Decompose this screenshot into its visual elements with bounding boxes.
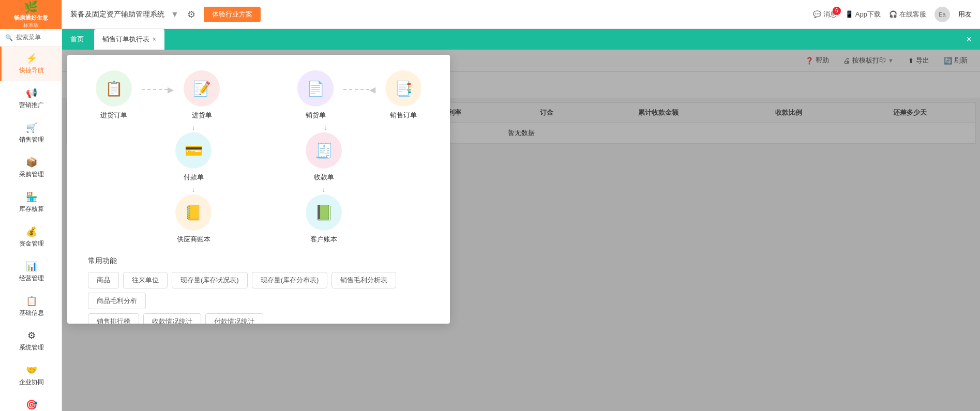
customer-ledger-label: 客户账本 [310,235,337,244]
flow-item-sales-order[interactable]: 📑 销售订单 [378,70,429,120]
sidebar-item-label: 营销推广 [19,101,44,110]
supplier-ledger-icon: 📒 [185,204,203,221]
flow-diagram: 📋 进货订单 ▶ 📝 进货单 [88,70,429,244]
sidebar-item-label: 库存核算 [19,205,44,214]
header-actions: 💬 消息 6 📱 App下载 🎧 在线客服 Ea 用友 [813,7,972,22]
func-btn-partner[interactable]: 往来单位 [123,272,168,288]
sales-order-circle[interactable]: 📑 [385,70,421,106]
func-btn-product-profit[interactable]: 商品毛利分析 [88,293,146,309]
purchase-order-icon: 📋 [105,80,123,97]
sidebar-item-basic-info[interactable]: 📋 基础信息 [0,289,62,324]
service-icon: 🎧 [889,10,897,18]
tab-bar: 首页 销售订单执行表 × × [62,29,980,50]
receipt-circle[interactable]: 🧾 [306,132,342,169]
tab-home[interactable]: 首页 [62,29,92,50]
sidebar-item-guide[interactable]: 🎯 新手引导 [0,393,62,411]
sales-bill-circle[interactable]: 📄 [297,70,334,106]
common-functions: 常用功能 商品 往来单位 现存量(库存状况表) 现存量(库存分布表) 销售毛利分… [88,256,429,324]
message-icon: 💬 [813,10,821,18]
purchase-order-circle[interactable]: 📋 [96,70,132,106]
flow-item-sales-bill[interactable]: 📄 销货单 [290,70,341,120]
sidebar-item-sales[interactable]: 🛒 销售管理 [0,116,62,150]
guide-icon: 🎯 [26,399,37,410]
dropdown-arrow-icon: ▼ [171,10,179,19]
message-badge: 6 [833,7,841,15]
flow-modal: 📋 进货订单 ▶ 📝 进货单 [67,55,450,324]
func-btn-stock-status[interactable]: 现存量(库存状况表) [172,272,248,288]
flow-item-purchase-order[interactable]: 📋 进货订单 [88,70,140,120]
tab-sales-label: 销售订单执行表 [102,35,149,44]
sidebar-item-label: 快捷导航 [19,66,44,75]
online-service-action[interactable]: 🎧 在线客服 [889,10,926,19]
app-download-action[interactable]: 📱 App下载 [845,10,881,19]
modal-overlay[interactable]: 📋 进货订单 ▶ 📝 进货单 [62,50,980,411]
inventory-icon: 🏪 [26,191,37,203]
flow-item-receipt[interactable]: 🧾 收款单 [298,132,350,182]
sidebar-item-finance[interactable]: 💰 资金管理 [0,220,62,254]
sidebar-item-label: 销售管理 [19,135,44,144]
sidebar-item-quick-nav[interactable]: ⚡ 快捷导航 [0,47,62,81]
receipt-label: 收款单 [314,173,334,182]
payment-label: 付款单 [184,173,204,182]
payment-icon: 💳 [185,142,203,159]
payment-circle[interactable]: 💳 [175,132,212,169]
app-name: 畅康通好生意 [14,14,48,22]
func-btn-product[interactable]: 商品 [88,272,119,288]
sidebar-item-label: 企业协同 [19,378,44,387]
sidebar-item-marketing[interactable]: 📢 营销推广 [0,81,62,116]
online-service-label: 在线客服 [899,10,926,19]
sidebar-item-purchase[interactable]: 📦 采购管理 [0,150,62,185]
sidebar-item-label: 系统管理 [19,343,44,352]
sidebar-search[interactable]: 🔍 搜索菜单 [0,29,62,47]
purchase-bill-circle[interactable]: 📝 [184,70,220,106]
sidebar-item-label: 采购管理 [19,170,44,179]
func-btn-sales-profit[interactable]: 销售毛利分析表 [331,272,396,288]
finance-icon: 💰 [26,226,37,237]
tab-home-label: 首页 [70,35,84,44]
flow-item-purchase-bill[interactable]: 📝 进货单 [176,70,228,120]
sidebar-item-label: 经营管理 [19,274,44,283]
func-btn-payment-stats[interactable]: 付款情况统计 [205,313,263,324]
sales-order-label: 销售订单 [390,111,417,120]
supplier-ledger-label: 供应商账本 [177,235,210,244]
purchase-bill-label: 进货单 [192,111,212,120]
app-subtitle: 标准版 [23,22,39,29]
sidebar-item-operations[interactable]: 📊 经营管理 [0,254,62,289]
tab-bar-close-icon[interactable]: × [958,34,980,45]
flow-item-supplier-ledger[interactable]: 📒 供应商账本 [168,194,219,244]
flow-item-customer-ledger[interactable]: 📗 客户账本 [298,194,350,244]
func-buttons-row2: 销售排行榜 收款情况统计 付款情况统计 [88,313,429,324]
sidebar-item-inventory[interactable]: 🏪 库存核算 [0,185,62,220]
func-btn-sales-rank[interactable]: 销售排行榜 [88,313,139,324]
search-icon: 🔍 [5,34,13,41]
sidebar-logo[interactable]: 🌿 畅康通好生意 标准版 [0,0,62,29]
purchase-bill-icon: 📝 [193,80,211,97]
tab-close-icon[interactable]: × [153,36,156,43]
avatar[interactable]: Ea [934,7,950,22]
system-dropdown[interactable]: ▼ [171,10,179,19]
tab-sales-order-exec[interactable]: 销售订单执行表 × [94,29,164,50]
receipt-icon: 🧾 [315,142,333,159]
system-icon: ⚙ [27,330,36,341]
username[interactable]: 用友 [958,10,972,19]
flow-item-payment[interactable]: 💳 付款单 [168,132,219,182]
common-title: 常用功能 [88,256,429,266]
sidebar-item-label: 基础信息 [19,309,44,317]
download-icon: 📱 [845,10,853,18]
gear-icon[interactable]: ⚙ [185,7,198,22]
message-action[interactable]: 💬 消息 6 [813,10,837,19]
sidebar-item-system[interactable]: ⚙ 系统管理 [0,324,62,358]
header: 装备及固定资产辅助管理系统 ▼ ⚙ 体验行业方案 💬 消息 6 📱 App下载 … [62,0,980,29]
logo-icon: 🌿 [24,1,38,14]
func-btn-stock-dist[interactable]: 现存量(库存分布表) [252,272,328,288]
basic-info-icon: 📋 [26,295,37,307]
customer-ledger-circle[interactable]: 📗 [306,194,342,231]
supplier-ledger-circle[interactable]: 📒 [175,194,212,231]
func-buttons-row1: 商品 往来单位 现存量(库存状况表) 现存量(库存分布表) 销售毛利分析表 商品… [88,272,429,309]
trial-button[interactable]: 体验行业方案 [204,7,261,22]
func-btn-receipt-stats[interactable]: 收款情况统计 [143,313,201,324]
sidebar-item-enterprise[interactable]: 🤝 企业协同 [0,358,62,393]
operations-icon: 📊 [26,261,37,272]
sales-bill-icon: 📄 [307,80,325,97]
marketing-icon: 📢 [26,87,37,99]
